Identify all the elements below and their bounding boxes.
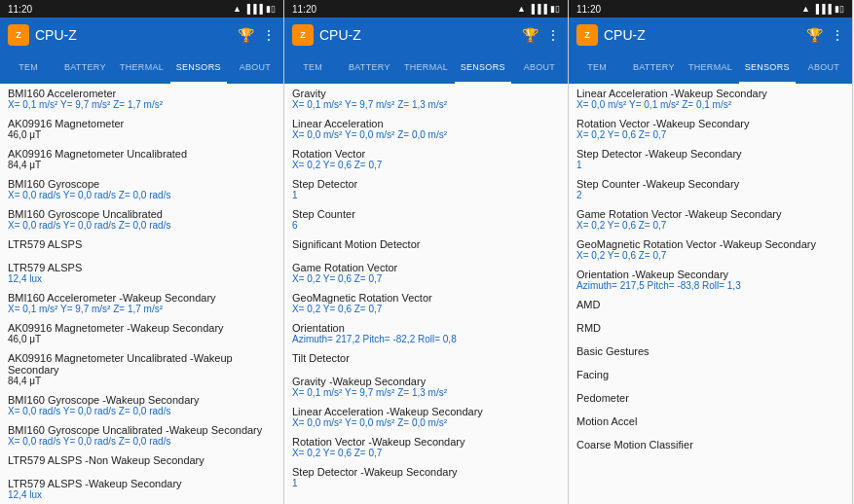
tab-tem[interactable]: TEM [284,53,341,84]
battery-icon: ▮▯ [550,4,560,14]
sensor-name: BMI160 Gyroscope -Wakeup Secondary [8,394,276,406]
sensor-value: X= 0,1 m/s² Y= 9,7 m/s² Z= 1,3 m/s² [292,99,560,110]
signal-icon: ▐▐▐ [244,4,263,14]
tab-battery[interactable]: BATTERY [341,53,397,84]
status-bar: 11:20 ▲ ▐▐▐ ▮▯ [569,0,852,18]
sensor-name: Game Rotation Vector [292,262,560,273]
app-header: Z CPU-Z 🏆 ⋮ [284,18,568,53]
tab-about[interactable]: ABOUT [511,53,568,84]
tab-bar: TEMBATTERYTHERMALSENSORSABOUT [0,53,283,84]
sensor-item: LTR579 ALSPS -Non Wakeup Secondary [8,454,276,466]
sensor-value: 84,4 μT [8,376,276,386]
status-icons: ▲ ▐▐▐ ▮▯ [801,4,844,14]
tab-sensors[interactable]: SENSORS [455,53,511,84]
more-icon[interactable]: ⋮ [262,27,276,43]
sensor-item: Facing [576,369,844,380]
header-actions: 🏆 ⋮ [806,27,844,43]
tab-thermal[interactable]: THERMAL [113,53,169,84]
sensor-item: Step Counter6 [292,208,560,231]
sensor-list: Linear Acceleration -Wakeup SecondaryX= … [569,84,852,504]
more-icon[interactable]: ⋮ [831,27,844,43]
wifi-icon: ▲ [233,4,241,14]
sensor-name: Linear Acceleration -Wakeup Secondary [292,406,560,417]
sensor-item: Step Detector -Wakeup Secondary1 [576,148,844,170]
sensor-item: AK09916 Magnetometer46,0 μT [8,118,276,140]
app-header: Z CPU-Z 🏆 ⋮ [569,18,852,53]
tab-thermal[interactable]: THERMAL [682,53,738,84]
sensor-value: X= 0,2 Y= 0,6 Z= 0,7 [292,448,560,458]
signal-icon: ▐▐▐ [529,4,547,14]
sensor-value: 1 [576,160,844,170]
more-icon[interactable]: ⋮ [546,27,560,43]
sensor-item: LTR579 ALSPS -Wakeup Secondary12,4 lux [8,478,276,500]
sensor-item: Tilt Detector [292,352,560,364]
sensor-value: X= 0,0 m/s² Y= 0,0 m/s² Z= 0,0 m/s² [292,417,560,428]
header-actions: 🏆 ⋮ [238,27,276,43]
sensor-name: Game Rotation Vector -Wakeup Secondary [576,208,844,220]
sensor-item: Step Detector1 [292,178,560,200]
sensor-item: Orientation -Wakeup SecondaryAzimuth= 21… [576,269,844,291]
sensor-name: BMI160 Gyroscope Uncalibrated [8,208,276,220]
sensor-name: Step Counter [292,208,560,220]
sensor-value: X= 0,1 m/s² Y= 9,7 m/s² Z= 1,7 m/s² [8,304,276,314]
tab-thermal[interactable]: THERMAL [397,53,454,84]
sensor-item: LTR579 ALSPS12,4 lux [8,262,276,284]
sensor-item: Linear Acceleration -Wakeup SecondaryX= … [292,406,560,428]
sensor-item: Significant Motion Detector [292,238,560,250]
status-time: 11:20 [8,4,32,15]
sensor-name: BMI160 Accelerometer -Wakeup Secondary [8,292,276,304]
trophy-icon[interactable]: 🏆 [522,27,538,43]
trophy-icon[interactable]: 🏆 [238,27,254,43]
sensor-item: BMI160 Gyroscope Uncalibrated -Wakeup Se… [8,424,276,447]
sensor-value: Azimuth= 217,2 Pitch= -82,2 Roll= 0,8 [292,334,560,344]
sensor-value: X= 0,2 Y= 0,6 Z= 0,7 [576,220,844,231]
sensor-item: Step Detector -Wakeup Secondary1 [292,466,560,488]
sensor-value: 46,0 μT [8,334,276,344]
trophy-icon[interactable]: 🏆 [806,27,823,43]
sensor-name: AK09916 Magnetometer Uncalibrated [8,148,276,160]
tab-bar: TEMBATTERYTHERMALSENSORSABOUT [284,53,568,84]
sensor-value: 1 [292,478,560,488]
tab-sensors[interactable]: SENSORS [170,53,227,84]
sensor-name: RMD [576,322,844,334]
sensor-item: Rotation Vector -Wakeup SecondaryX= 0,2 … [292,436,560,458]
sensor-value: 1 [292,190,560,200]
sensor-name: Step Detector -Wakeup Secondary [576,148,844,160]
sensor-item: LTR579 ALSPS [8,238,276,250]
sensor-item: AK09916 Magnetometer Uncalibrated -Wakeu… [8,352,276,386]
header-actions: 🏆 ⋮ [522,27,560,43]
sensor-name: Significant Motion Detector [292,238,560,250]
sensor-value: Azimuth= 217,5 Pitch= -83,8 Roll= 1,3 [576,280,844,291]
app-logo: Z [8,24,29,46]
tab-about[interactable]: ABOUT [796,53,852,84]
sensor-item: GeoMagnetic Rotation VectorX= 0,2 Y= 0,6… [292,292,560,314]
tab-about[interactable]: ABOUT [227,53,283,84]
sensor-item: BMI160 Gyroscope -Wakeup SecondaryX= 0,0… [8,394,276,416]
sensor-name: Gravity [292,88,560,99]
app-title: CPU-Z [604,27,806,43]
sensor-item: GeoMagnetic Rotation Vector -Wakeup Seco… [576,238,844,261]
sensor-name: Linear Acceleration [292,118,560,129]
tab-bar: TEMBATTERYTHERMALSENSORSABOUT [569,53,852,84]
tab-tem[interactable]: TEM [0,53,56,84]
sensor-item: BMI160 GyroscopeX= 0,0 rad/s Y= 0,0 rad/… [8,178,276,200]
sensor-name: Coarse Motion Classifier [576,439,844,450]
sensor-name: BMI160 Accelerometer [8,88,276,99]
tab-battery[interactable]: BATTERY [625,53,682,84]
status-time: 11:20 [292,4,316,15]
sensor-name: Step Counter -Wakeup Secondary [576,178,844,190]
sensor-item: AK09916 Magnetometer -Wakeup Secondary46… [8,322,276,344]
sensor-value: 46,0 μT [8,129,276,140]
sensor-list: GravityX= 0,1 m/s² Y= 9,7 m/s² Z= 1,3 m/… [284,84,568,504]
sensor-name: Basic Gestures [576,345,844,357]
tab-sensors[interactable]: SENSORS [739,53,796,84]
sensor-name: AK09916 Magnetometer Uncalibrated -Wakeu… [8,352,276,376]
sensor-name: Rotation Vector -Wakeup Secondary [576,118,844,129]
sensor-name: AK09916 Magnetometer [8,118,276,129]
sensor-name: Motion Accel [576,415,844,427]
sensor-name: Gravity -Wakeup Secondary [292,376,560,387]
tab-tem[interactable]: TEM [569,53,625,84]
sensor-item: GravityX= 0,1 m/s² Y= 9,7 m/s² Z= 1,3 m/… [292,88,560,110]
tab-battery[interactable]: BATTERY [56,53,113,84]
app-logo: Z [576,24,598,46]
